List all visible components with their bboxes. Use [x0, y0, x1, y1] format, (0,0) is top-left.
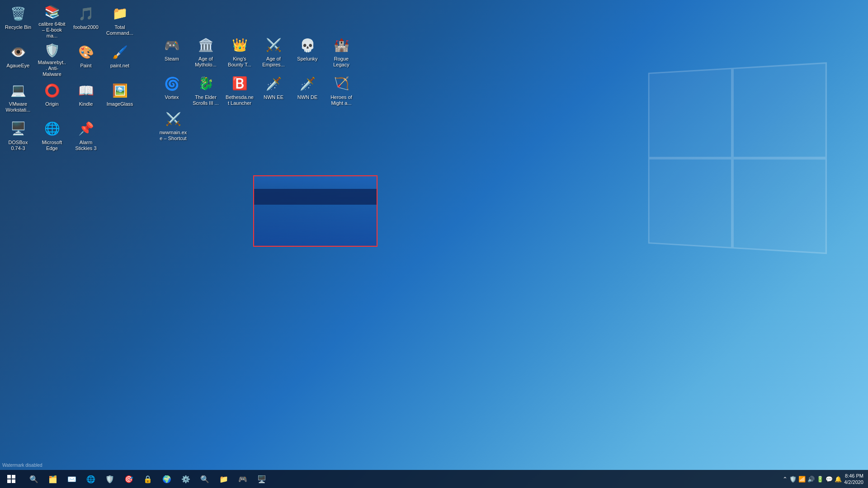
- tray-notification-icon[interactable]: 🔔: [835, 476, 842, 483]
- taskbar-date-display: 4/2/2020: [844, 479, 863, 485]
- desktop-icon-paintnet[interactable]: 🖌️ paint.net: [104, 41, 136, 77]
- age-of-empires2-label: Age of Empires...: [259, 56, 288, 68]
- selection-rectangle: [253, 175, 377, 247]
- microsoft-edge-label: Microsoft Edge: [38, 140, 66, 151]
- agaueeye-label: AgaueEye: [7, 63, 30, 69]
- agaueeye-icon: 👁️: [9, 43, 27, 61]
- desktop: 🗑️ Recycle Bin 📚 calibre 64bit – E-book …: [0, 0, 868, 470]
- elder-scrolls3-icon: 🐉: [197, 75, 215, 93]
- taskbar-game-icon[interactable]: 🎮: [234, 470, 252, 488]
- calibre-label: calibre 64bit – E-book ma...: [38, 21, 66, 39]
- nwn-ee-icon: 🗡️: [264, 75, 283, 93]
- desktop-icon-age-of-mythology[interactable]: 🏛️ Age of Mytholo...: [190, 34, 222, 70]
- desktop-icon-microsoft-edge[interactable]: 🌐 Microsoft Edge: [36, 117, 68, 154]
- total-commander-label: Total Command...: [105, 24, 134, 36]
- desktop-icon-rogue-legacy[interactable]: 🏰 Rogue Legacy: [326, 34, 357, 70]
- nwwmain-label: nwwmain.exe – Shortcut: [159, 130, 188, 141]
- age-of-empires2-icon: ⚔️: [264, 36, 283, 54]
- steam-label: Steam: [165, 56, 179, 62]
- tray-malware-icon[interactable]: 🛡️: [789, 476, 797, 483]
- microsoft-edge-icon: 🌐: [43, 120, 61, 138]
- svg-rect-0: [7, 475, 11, 479]
- tray-sound-icon[interactable]: 🔊: [807, 476, 815, 483]
- dosbox-label: DOSBox 0.74-3: [4, 140, 33, 151]
- taskbar-datetime[interactable]: 8:46 PM 4/2/2020: [844, 473, 863, 486]
- foobar2000-label: foobar2000: [73, 24, 99, 30]
- tray-message-icon[interactable]: 💬: [826, 476, 833, 483]
- taskbar-monitor-icon[interactable]: 🖥️: [253, 470, 271, 488]
- tray-arrow-icon[interactable]: ⌃: [783, 476, 788, 483]
- desktop-icon-nwn-de[interactable]: 🗡️ NWN DE: [292, 72, 323, 108]
- desktop-icon-origin[interactable]: ⭕ Origin: [36, 79, 68, 115]
- bethesda-launcher-label: Bethesda.net Launcher: [225, 94, 254, 106]
- alarm-stickies-icon: 📌: [77, 120, 95, 138]
- desktop-icon-heroes-might-magic[interactable]: 🏹 Heroes of Might a...: [326, 72, 357, 108]
- taskbar-browser-icon[interactable]: 🌐: [82, 470, 100, 488]
- desktop-icon-alarm-stickies[interactable]: 📌 Alarm Stickies 3: [70, 117, 102, 154]
- desktop-icon-calibre[interactable]: 📚 calibre 64bit – E-book ma...: [36, 2, 68, 38]
- desktop-icon-dosbox[interactable]: 🖥️ DOSBox 0.74-3: [2, 117, 34, 154]
- taskbar-search-icon[interactable]: 🔍: [25, 470, 43, 488]
- dosbox-icon: 🖥️: [9, 120, 27, 138]
- start-button[interactable]: [0, 470, 23, 488]
- desktop-icon-vmware[interactable]: 💻 VMware Workstati...: [2, 79, 34, 115]
- taskbar-mail-icon[interactable]: ✉️: [63, 470, 81, 488]
- desktop-icon-spelunky[interactable]: 💀 Spelunky: [292, 34, 323, 70]
- desktop-icon-kindle[interactable]: 📖 Kindle: [70, 79, 102, 115]
- kings-bounty-icon: 👑: [231, 36, 249, 54]
- taskbar-folder-icon[interactable]: 📁: [215, 470, 233, 488]
- total-commander-icon: 📁: [111, 5, 129, 23]
- paintnet-label: paint.net: [110, 63, 129, 69]
- taskbar-gear-icon[interactable]: ⚙️: [177, 470, 195, 488]
- desktop-icon-steam[interactable]: 🎮 Steam: [156, 34, 188, 70]
- taskbar-magnify-icon[interactable]: 🔍: [196, 470, 214, 488]
- tray-network-icon[interactable]: 📶: [798, 476, 806, 483]
- desktop-icon-total-commander[interactable]: 📁 Total Command...: [104, 2, 136, 38]
- desktop-icon-elder-scrolls3[interactable]: 🐉 The Elder Scrolls III ...: [190, 72, 222, 108]
- taskbar-globe-icon[interactable]: 🌍: [158, 470, 176, 488]
- origin-label: Origin: [45, 101, 58, 107]
- origin-icon: ⭕: [43, 81, 61, 99]
- age-of-mythology-label: Age of Mytholo...: [191, 56, 220, 68]
- desktop-icon-agaueeye[interactable]: 👁️ AgaueEye: [2, 41, 34, 77]
- desktop-icon-recycle-bin[interactable]: 🗑️ Recycle Bin: [2, 2, 34, 38]
- kindle-label: Kindle: [79, 101, 93, 107]
- foobar2000-icon: 🎵: [77, 5, 95, 23]
- desktop-icon-foobar2000[interactable]: 🎵 foobar2000: [70, 2, 102, 38]
- malwarebytes-label: Malwarebyt... Anti-Malware: [38, 60, 66, 78]
- nwn-de-icon: 🗡️: [298, 75, 316, 93]
- taskbar-lock-icon[interactable]: 🔒: [139, 470, 157, 488]
- imageglass-icon: 🖼️: [111, 81, 129, 99]
- kindle-icon: 📖: [77, 81, 95, 99]
- desktop-icon-bethesda-launcher[interactable]: 🅱️ Bethesda.net Launcher: [224, 72, 255, 108]
- svg-rect-3: [12, 479, 15, 483]
- paint-label: Paint: [80, 63, 91, 69]
- taskbar-shield-icon[interactable]: 🛡️: [101, 470, 119, 488]
- vortex-icon: 🌀: [163, 75, 181, 93]
- desktop-icon-malwarebytes[interactable]: 🛡️ Malwarebyt... Anti-Malware: [36, 41, 68, 77]
- calibre-icon: 📚: [43, 5, 61, 19]
- desktop-icon-vortex[interactable]: 🌀 Vortex: [156, 72, 188, 108]
- heroes-might-magic-label: Heroes of Might a...: [327, 94, 356, 106]
- tray-battery-icon[interactable]: 🔋: [816, 476, 824, 483]
- taskbar-task-view-icon[interactable]: 🗂️: [44, 470, 62, 488]
- selection-dark-band: [254, 189, 377, 205]
- imageglass-label: ImageGlass: [107, 101, 133, 107]
- desktop-icon-imageglass[interactable]: 🖼️ ImageGlass: [104, 79, 136, 115]
- kings-bounty-label: King's Bounty T...: [225, 56, 254, 68]
- desktop-icon-kings-bounty[interactable]: 👑 King's Bounty T...: [224, 34, 255, 70]
- vmware-icon: 💻: [9, 81, 27, 99]
- desktop-icon-nwwmain[interactable]: ⚔️ nwwmain.exe – Shortcut: [157, 108, 189, 144]
- desktop-icon-nwn-ee[interactable]: 🗡️ NWN EE: [258, 72, 289, 108]
- heroes-might-magic-icon: 🏹: [332, 75, 350, 93]
- taskbar-target-icon[interactable]: 🎯: [120, 470, 138, 488]
- svg-rect-2: [7, 479, 11, 483]
- steam-icon: 🎮: [163, 36, 181, 54]
- recycle-bin-icon: 🗑️: [9, 5, 27, 23]
- paint-icon: 🎨: [77, 43, 95, 61]
- nwn-de-label: NWN DE: [297, 94, 318, 100]
- taskbar: 🔍 🗂️ ✉️ 🌐 🛡️ 🎯 🔒 🌍 ⚙️ 🔍 📁 🎮 🖥️ ⌃ 🛡️ 📶 🔊 …: [0, 470, 868, 488]
- desktop-icon-paint[interactable]: 🎨 Paint: [70, 41, 102, 77]
- desktop-icon-age-of-empires2[interactable]: ⚔️ Age of Empires...: [258, 34, 289, 70]
- elder-scrolls3-label: The Elder Scrolls III ...: [191, 94, 220, 106]
